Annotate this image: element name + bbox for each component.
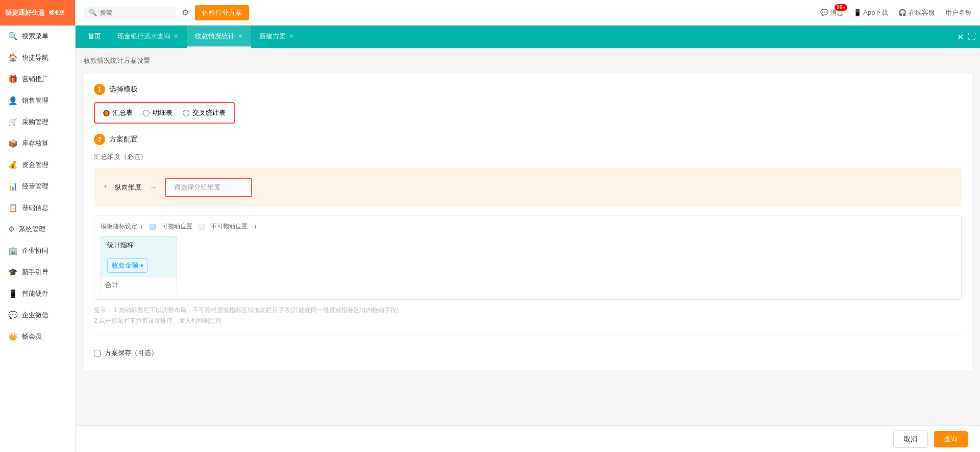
download-icon: 📱 [853,9,862,16]
tab-home[interactable]: 首页 [80,26,109,48]
logo-badge: 标准版 [47,9,66,17]
indicator-table: 统计指标 收款金额 ▾ 合计 [101,236,955,293]
sidebar-item-label: 快捷导航 [22,53,48,62]
hint-2: 2.点击标题栏下拉可设置排序、插入列和删除列 [94,317,962,325]
tab-cashflow[interactable]: 现金银行流水查询 ✕ [109,26,187,48]
member-icon: 👑 [8,332,18,341]
sidebar-item-label: 资金管理 [22,160,48,170]
radio-crosstab-input[interactable] [183,110,189,116]
search-icon: 🔍 [89,9,97,16]
indicator-section: 模板指标设定（ 可拖动位置 不可拖动位置 ） 统计指标 [94,216,962,300]
user-label: 用户名称 [945,9,972,16]
step2-header: 2 方案配置 [94,134,962,145]
tab-new-plan[interactable]: 新建方案 ✕ [251,26,302,48]
main-card: 1 选择模板 汇总表 明细表 交叉统计表 [84,74,972,370]
marketing-icon: 🎁 [8,75,18,84]
radio-detail[interactable]: 明细表 [143,108,173,117]
dimension-select[interactable]: 请选择分组维度 [165,178,252,197]
close-cashflow-tab-icon[interactable]: ✕ [174,33,179,40]
main-area: 🔍 ⚙ 体验行业方案 💬 消息 99+ 📱 App下载 🎧 在线客服 用户名称 [76,0,980,452]
sidebar-item-label: 库存核算 [22,139,48,148]
metric-tag-label: 收款金额 [112,261,138,270]
non-draggable-legend-label: 不可拖动位置 [211,222,248,231]
topbar-search-box[interactable]: 🔍 [84,7,176,18]
step1-label: 选择模板 [109,85,138,94]
sidebar-item-search-menu[interactable]: 🔍 搜索菜单 [0,26,75,47]
step1-section: 1 选择模板 汇总表 明细表 交叉统计表 [94,84,962,124]
radio-crosstab[interactable]: 交叉统计表 [183,108,226,117]
page-title: 收款情况统计方案设置 [84,56,972,65]
step2-section: 2 方案配置 汇总维度（必选） * 纵向维度 → 请选择分组维度 [94,134,962,325]
radio-crosstab-label: 交叉统计表 [192,108,226,117]
radio-summary-label: 汇总表 [113,108,133,117]
close-receipt-tab-icon[interactable]: ✕ [238,33,243,40]
online-service-button[interactable]: 🎧 在线客服 [898,8,935,17]
required-mark: * [104,184,107,192]
sidebar-item-label: 销售管理 [22,96,48,105]
sidebar-item-inventory[interactable]: 📦 库存核算 [0,133,75,154]
vertical-dimension-label: 纵向维度 [115,183,141,192]
query-button[interactable]: 查询 [934,431,968,447]
dimension-sublabel: 汇总维度（必选） [94,152,962,161]
sidebar-logo: 畅捷通好生意 标准版 [0,0,75,26]
close-all-tabs-icon[interactable]: ✕ [957,32,964,42]
sidebar-item-system[interactable]: ⚙ 系统管理 [0,219,75,240]
message-button[interactable]: 💬 消息 99+ [820,8,844,17]
capital-icon: 💰 [8,160,18,170]
draggable-legend-label: 可拖动位置 [162,222,192,231]
topbar-right: 💬 消息 99+ 📱 App下载 🎧 在线客服 用户名称 [820,8,972,17]
sidebar-item-purchase[interactable]: 🛒 采购管理 [0,111,75,133]
wechat-icon: 💬 [8,311,18,320]
radio-detail-input[interactable] [143,110,150,116]
sidebar-item-sales[interactable]: 👤 销售管理 [0,90,75,111]
user-info[interactable]: 用户名称 [945,8,972,17]
metric-dropdown-icon[interactable]: ▾ [140,262,143,269]
sidebar-item-capital[interactable]: 💰 资金管理 [0,154,75,176]
radio-summary[interactable]: 汇总表 [103,108,133,117]
industry-plan-button[interactable]: 体验行业方案 [195,5,249,20]
arrow-icon: → [150,183,157,192]
sidebar-item-label: 基础信息 [22,203,48,212]
save-checkbox[interactable] [94,350,101,356]
sidebar-item-corp-wechat[interactable]: 💬 企业微信 [0,304,75,326]
metric-tag[interactable]: 收款金额 ▾ [107,258,148,273]
hints-box: 提示： 1.拖动标题栏可以调整布局，不可跨维度或指标区域拖动栏目字段(只能在同一… [94,306,962,325]
download-label: App下载 [863,9,888,16]
message-icon: 💬 [820,9,828,16]
sum-label: 合计 [105,281,118,289]
sidebar-item-smart-hw[interactable]: 📱 智能硬件 [0,283,75,304]
sidebar-item-operation[interactable]: 📊 经营管理 [0,176,75,197]
tab-receipt-stats[interactable]: 收款情况统计 ✕ [187,26,251,48]
sidebar-item-basic-info[interactable]: 📋 基础信息 [0,197,75,219]
search-input[interactable] [100,9,161,16]
smart-hw-icon: 📱 [8,289,18,298]
sidebar-item-newbie[interactable]: 🎓 新手引导 [0,261,75,283]
tab-receipt-stats-label: 收款情况统计 [195,32,235,41]
gear-icon[interactable]: ⚙ [182,8,189,17]
sidebar-item-label: 搜索菜单 [22,32,48,41]
sidebar-item-member[interactable]: 👑 畅会员 [0,326,75,347]
step1-header: 1 选择模板 [94,84,962,95]
logo-text: 畅捷通好生意 [5,8,45,17]
close-new-plan-tab-icon[interactable]: ✕ [289,33,294,40]
sidebar-item-label: 畅会员 [22,332,42,341]
corp-collab-icon: 🏢 [8,246,18,255]
sidebar-item-corp-collab[interactable]: 🏢 企业协同 [0,240,75,261]
sidebar-item-marketing[interactable]: 🎁 营销推广 [0,68,75,90]
dimension-area: * 纵向维度 → 请选择分组维度 [94,168,962,207]
maximize-icon[interactable]: ⛶ [968,32,976,41]
service-label: 在线客服 [909,9,935,16]
footer-bar: 取消 查询 [76,425,980,452]
sidebar-item-label: 采购管理 [22,117,48,127]
stat-indicator-header: 统计指标 [101,236,177,254]
radio-summary-input[interactable] [103,110,110,116]
tab-home-label: 首页 [88,32,101,41]
indicator-column: 统计指标 收款金额 ▾ 合计 [101,236,177,293]
inventory-icon: 📦 [8,139,18,148]
purchase-icon: 🛒 [8,117,18,127]
app-download-button[interactable]: 📱 App下载 [853,8,888,17]
tabbar-actions: ✕ ⛶ [957,26,976,48]
service-icon: 🎧 [898,9,906,16]
cancel-button[interactable]: 取消 [893,431,928,448]
sidebar-item-quick-nav[interactable]: 🏠 快捷导航 [0,47,75,68]
